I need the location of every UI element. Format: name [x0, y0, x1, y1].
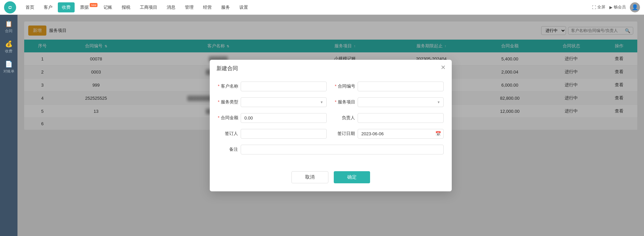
contract-no-input[interactable]: [358, 82, 444, 91]
service-item-select[interactable]: [358, 97, 444, 107]
form-row-4: 签订人 签订日期 📅: [218, 129, 444, 139]
nav-home[interactable]: 首页: [22, 2, 38, 12]
nav-operate[interactable]: 经营: [199, 2, 216, 12]
modal-footer: 取消 确定: [210, 167, 452, 191]
modal-title: 新建合同: [210, 60, 452, 76]
statement-icon: 📄: [5, 60, 12, 68]
field-signer: 签订人: [218, 129, 327, 139]
amount-input[interactable]: [241, 113, 327, 123]
service-item-label: 服务项目: [335, 99, 355, 105]
field-remark: 备注: [218, 145, 444, 154]
svg-point-0: [7, 4, 13, 10]
cancel-button[interactable]: 取消: [291, 171, 328, 183]
field-customer-name: 客户名称: [218, 82, 327, 91]
field-service-type: 服务类型: [218, 97, 327, 107]
sidebar: 📋 合同 💰 收费 📄 对账单: [0, 15, 17, 236]
nav-items: 首页 客户 收费 票据 new 记账 报税 工商项目 消息 管理 经营 服务 设…: [22, 2, 592, 12]
form-row-3: 合同金额 负责人: [218, 113, 444, 123]
fee-icon: 💰: [5, 40, 12, 48]
confirm-button[interactable]: 确定: [334, 171, 370, 183]
fullscreen-icon: ⛶: [592, 5, 596, 10]
sidebar-item-contract[interactable]: 📋 合同: [1, 17, 17, 36]
nav-fee[interactable]: 收费: [58, 2, 75, 12]
remark-input[interactable]: [241, 145, 444, 154]
field-responsible: 负责人: [335, 113, 444, 123]
modal-body: 客户名称 合同编号 服务类型: [210, 76, 452, 167]
sign-date-label: 签订日期: [335, 131, 355, 137]
modal-overlay: 新建合同 ✕ 客户名称 合同编号: [17, 15, 644, 236]
service-type-wrap: [241, 97, 327, 107]
nav-manage[interactable]: 管理: [181, 2, 198, 12]
top-nav: 首页 客户 收费 票据 new 记账 报税 工商项目 消息 管理 经营 服务 设…: [0, 0, 644, 15]
nav-right: ⛶ 全屏 ▶ 畅会员 👤: [592, 2, 640, 12]
nav-tax[interactable]: 报税: [118, 2, 134, 12]
remark-label: 备注: [218, 146, 238, 152]
main-layout: 📋 合同 💰 收费 📄 对账单 新增 服务项目 进行中 已完成 已终止: [0, 15, 644, 236]
nav-message[interactable]: 消息: [163, 2, 179, 12]
content-area: 新增 服务项目 进行中 已完成 已终止 🔍: [17, 15, 644, 236]
field-service-item: 服务项目: [335, 97, 444, 107]
responsible-input[interactable]: [358, 113, 444, 123]
fullscreen-button[interactable]: ⛶ 全屏: [592, 4, 605, 10]
form-row-1: 客户名称 合同编号: [218, 82, 444, 91]
signer-input[interactable]: [241, 129, 327, 139]
field-contract-no: 合同编号: [335, 82, 444, 91]
form-row-2: 服务类型 服务项目: [218, 97, 444, 107]
contract-no-label: 合同编号: [335, 83, 355, 89]
service-item-wrap: [358, 97, 444, 107]
responsible-label: 负责人: [335, 115, 355, 121]
nav-service[interactable]: 服务: [217, 2, 234, 12]
sign-date-input[interactable]: [358, 129, 444, 139]
nav-invoice[interactable]: 票据 new: [76, 2, 98, 12]
sidebar-item-statement[interactable]: 📄 对账单: [1, 58, 17, 77]
nav-business[interactable]: 工商项目: [136, 2, 161, 12]
customer-name-label: 客户名称: [218, 83, 238, 89]
amount-label: 合同金额: [218, 115, 238, 121]
sign-date-wrap: 📅: [358, 129, 444, 139]
nav-settings[interactable]: 设置: [235, 2, 252, 12]
avatar[interactable]: 👤: [630, 2, 640, 12]
customer-name-input[interactable]: [241, 82, 327, 91]
member-icon: ▶: [609, 5, 612, 10]
member-button[interactable]: ▶ 畅会员: [609, 4, 626, 10]
app-logo[interactable]: [4, 1, 16, 13]
nav-accounting[interactable]: 记账: [99, 2, 116, 12]
field-amount: 合同金额: [218, 113, 327, 123]
new-badge: new: [90, 3, 97, 7]
field-sign-date: 签订日期 📅: [335, 129, 444, 139]
form-row-5: 备注: [218, 145, 444, 154]
modal-close-button[interactable]: ✕: [441, 64, 446, 70]
signer-label: 签订人: [218, 131, 238, 137]
sidebar-item-fee[interactable]: 💰 收费: [1, 38, 17, 56]
contract-icon: 📋: [5, 20, 12, 28]
service-type-select[interactable]: [241, 97, 327, 107]
service-type-label: 服务类型: [218, 99, 238, 105]
avatar-icon: 👤: [632, 4, 638, 10]
calendar-icon[interactable]: 📅: [435, 131, 441, 136]
nav-customer[interactable]: 客户: [40, 2, 56, 12]
modal-dialog: 新建合同 ✕ 客户名称 合同编号: [210, 60, 452, 191]
